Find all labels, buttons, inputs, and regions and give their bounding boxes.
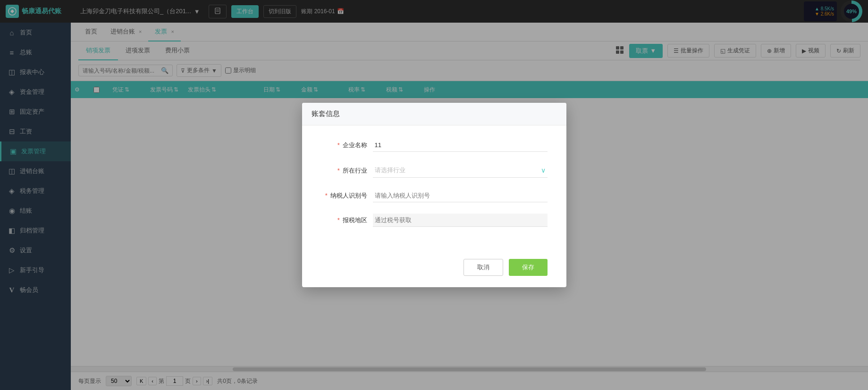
dialog-footer: 取消 保存 xyxy=(302,251,566,287)
taxid-input[interactable] xyxy=(373,189,548,202)
form-row-taxregion: * 报税地区 xyxy=(321,214,548,227)
cancel-button[interactable]: 取消 xyxy=(463,259,503,276)
required-star-company: * xyxy=(337,141,340,149)
company-name-label: * 企业名称 xyxy=(321,141,373,149)
required-star-industry: * xyxy=(337,167,340,174)
industry-label: * 所在行业 xyxy=(321,166,373,175)
required-star-taxregion: * xyxy=(337,216,340,224)
industry-select[interactable]: 请选择行业 ∨ xyxy=(373,163,548,178)
form-row-industry: * 所在行业 请选择行业 ∨ xyxy=(321,163,548,178)
dialog-title: 账套信息 xyxy=(312,109,340,117)
modal-overlay[interactable]: 账套信息 * 企业名称 * 所在行业 请选择行业 ∨ xyxy=(0,0,868,390)
taxregion-input xyxy=(373,214,548,227)
form-row-company: * 企业名称 xyxy=(321,139,548,152)
company-name-input[interactable] xyxy=(373,139,548,152)
dialog-header: 账套信息 xyxy=(302,103,566,125)
taxid-label: * 纳税人识别号 xyxy=(321,191,373,200)
industry-chevron-icon: ∨ xyxy=(541,166,546,174)
industry-placeholder: 请选择行业 xyxy=(375,166,541,174)
form-row-taxid: * 纳税人识别号 xyxy=(321,189,548,202)
taxregion-label: * 报税地区 xyxy=(321,216,373,224)
dialog-body: * 企业名称 * 所在行业 请选择行业 ∨ * xyxy=(302,125,566,251)
save-button[interactable]: 保存 xyxy=(509,259,548,276)
required-star-taxid: * xyxy=(325,192,328,199)
account-info-dialog: 账套信息 * 企业名称 * 所在行业 请选择行业 ∨ xyxy=(302,103,566,287)
